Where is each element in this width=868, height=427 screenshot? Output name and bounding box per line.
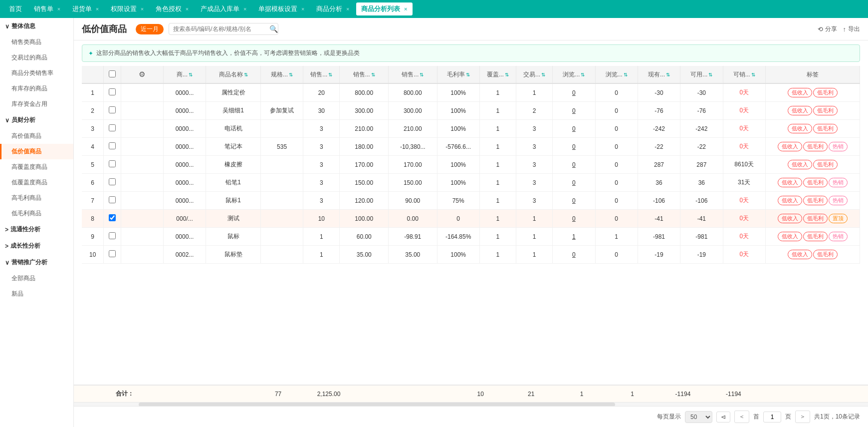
sidebar-item-stock-funds[interactable]: 库存资金占用 xyxy=(0,96,73,112)
nav-analysis[interactable]: 商品分析 × xyxy=(311,2,354,15)
nav-template[interactable]: 单据模板设置 × xyxy=(253,2,309,15)
nav-home[interactable]: 首页 xyxy=(4,2,27,15)
nav-product-in[interactable]: 产成品入库单 × xyxy=(196,2,251,15)
share-button[interactable]: ⟲ 分享 xyxy=(818,25,837,33)
row-sale-amt: 150.00 xyxy=(340,174,389,192)
sidebar-item-high-coverage[interactable]: 高覆盖度商品 xyxy=(0,159,73,175)
row-check[interactable] xyxy=(104,83,121,102)
page-input[interactable] xyxy=(763,412,781,423)
row-browse1[interactable]: 0 xyxy=(553,246,595,264)
row-check[interactable] xyxy=(104,228,121,246)
browse-link[interactable]: 0 xyxy=(572,89,576,96)
row-cover: 1 xyxy=(479,246,516,264)
close-icon[interactable]: × xyxy=(141,6,144,12)
table-container[interactable]: ⚙ 商...⇅ 商品名称⇅ 规格...⇅ 销售...⇅ 销售...⇅ 销售...… xyxy=(74,66,868,385)
sidebar-group-overall[interactable]: ∨ 整体信息 xyxy=(0,18,73,34)
close-icon[interactable]: × xyxy=(404,6,407,12)
nav-permission[interactable]: 权限设置 × xyxy=(106,2,149,15)
close-icon[interactable]: × xyxy=(301,6,304,12)
row-browse1[interactable]: 0 xyxy=(553,210,595,228)
row-browse1[interactable]: 0 xyxy=(553,192,595,210)
sidebar-group-finance[interactable]: ∨ 员财分析 xyxy=(0,112,73,128)
close-icon[interactable]: × xyxy=(346,6,349,12)
nav-role[interactable]: 角色授权 × xyxy=(151,2,194,15)
page-suffix: 页 xyxy=(785,413,791,421)
sidebar-item-low-margin[interactable]: 低毛利商品 xyxy=(0,206,73,221)
th-spec: 规格...⇅ xyxy=(260,66,303,83)
row-sellable: 0天 xyxy=(723,210,765,228)
browse-link[interactable]: 0 xyxy=(572,179,576,186)
row-browse1[interactable]: 0 xyxy=(553,83,595,102)
nav-analysis-list[interactable]: 商品分析列表 × xyxy=(356,2,412,15)
row-browse1[interactable]: 1 xyxy=(553,228,595,246)
tip-text: 这部分商品的销售收入大幅低于商品平均销售收入，价值不高，可考虑调整营销策略，或是… xyxy=(96,49,360,57)
settings-icon[interactable]: ⚙ xyxy=(139,70,145,78)
browse-link[interactable]: 0 xyxy=(572,107,576,114)
row-browse1[interactable]: 0 xyxy=(553,156,595,174)
close-icon[interactable]: × xyxy=(96,6,99,12)
browse-link[interactable]: 0 xyxy=(572,215,576,222)
tag-label: 低收入 xyxy=(778,142,802,151)
row-browse1[interactable]: 0 xyxy=(553,120,595,138)
row-browse1[interactable]: 0 xyxy=(553,102,595,120)
row-check[interactable] xyxy=(104,246,121,264)
row-stock: -106 xyxy=(638,192,680,210)
sidebar-item-all-goods[interactable]: 全部商品 xyxy=(0,271,73,286)
footer-summary: 合计： 77 2,125.00 10 21 1 1 -1194 -1194 xyxy=(74,385,868,402)
next-page-button[interactable]: ＞ xyxy=(795,411,810,423)
row-check[interactable] xyxy=(104,102,121,120)
sidebar-group-growth[interactable]: > 成长性分析 xyxy=(0,238,73,254)
browse-link[interactable]: 0 xyxy=(572,251,576,258)
browse-link[interactable]: 0 xyxy=(572,161,576,168)
sidebar-item-category-sales[interactable]: 商品分类销售率 xyxy=(0,65,73,81)
export-button[interactable]: ↑ 导出 xyxy=(843,25,861,33)
row-check[interactable] xyxy=(104,120,121,138)
footer-sale-amt: 2,125.00 xyxy=(303,391,354,398)
close-icon[interactable]: × xyxy=(57,6,60,12)
sidebar-group-marketing[interactable]: ∨ 营销推广分析 xyxy=(0,254,73,271)
row-browse1[interactable]: 0 xyxy=(553,174,595,192)
search-input[interactable] xyxy=(169,23,278,35)
browse-link[interactable]: 1 xyxy=(572,233,576,240)
prev-page-button[interactable]: ＜ xyxy=(734,411,749,423)
row-empty xyxy=(121,192,163,210)
row-tags: 低收入低毛利 xyxy=(765,156,860,174)
sidebar-item-new-goods[interactable]: 新品 xyxy=(0,286,73,302)
row-avail: -30 xyxy=(680,83,723,102)
browse-link[interactable]: 0 xyxy=(572,197,576,204)
row-check[interactable] xyxy=(104,192,121,210)
row-check[interactable] xyxy=(104,138,121,156)
browse-link[interactable]: 0 xyxy=(572,143,576,150)
row-sale-cost: 800.00 xyxy=(388,83,437,102)
sidebar-item-sales-goods[interactable]: 销售类商品 xyxy=(0,34,73,50)
browse-link[interactable]: 0 xyxy=(572,125,576,132)
nav-sales[interactable]: 销售单 × xyxy=(29,2,65,15)
select-all-checkbox[interactable] xyxy=(109,70,116,77)
row-code: 0000... xyxy=(163,228,206,246)
search-icon[interactable]: 🔍 xyxy=(269,25,278,33)
row-check[interactable] xyxy=(104,174,121,192)
tag-label: 低收入 xyxy=(788,250,812,259)
footer-cover: 10 xyxy=(455,391,506,398)
sidebar-group-circulation[interactable]: > 流通性分析 xyxy=(0,221,73,238)
tag-label: 低收入 xyxy=(778,196,802,205)
sidebar-item-stock-goods[interactable]: 有库存的商品 xyxy=(0,81,73,96)
sidebar-item-low-value[interactable]: 低价值商品 xyxy=(0,144,73,159)
page-size-select[interactable]: 50 100 200 xyxy=(685,411,712,423)
row-check[interactable] xyxy=(104,210,121,228)
sidebar-item-low-coverage[interactable]: 低覆盖度商品 xyxy=(0,175,73,190)
close-icon[interactable]: × xyxy=(243,6,246,12)
sidebar-item-high-margin[interactable]: 高毛利商品 xyxy=(0,190,73,206)
row-check[interactable] xyxy=(104,156,121,174)
nav-purchase[interactable]: 进货单 × xyxy=(67,2,104,15)
tag-label: 低毛利 xyxy=(813,106,838,115)
close-icon[interactable]: × xyxy=(186,6,189,12)
th-sale-amt: 销售...⇅ xyxy=(340,66,389,83)
sidebar-item-traded-goods[interactable]: 交易过的商品 xyxy=(0,50,73,65)
filter-tag-button[interactable]: 近一月 xyxy=(136,24,164,34)
row-sale-amt: 60.00 xyxy=(340,228,389,246)
sidebar-item-high-value[interactable]: 高价值商品 xyxy=(0,128,73,144)
row-browse1[interactable]: 0 xyxy=(553,138,595,156)
row-browse2: 0 xyxy=(595,156,638,174)
first-page-button[interactable]: ⊲ xyxy=(716,412,730,423)
